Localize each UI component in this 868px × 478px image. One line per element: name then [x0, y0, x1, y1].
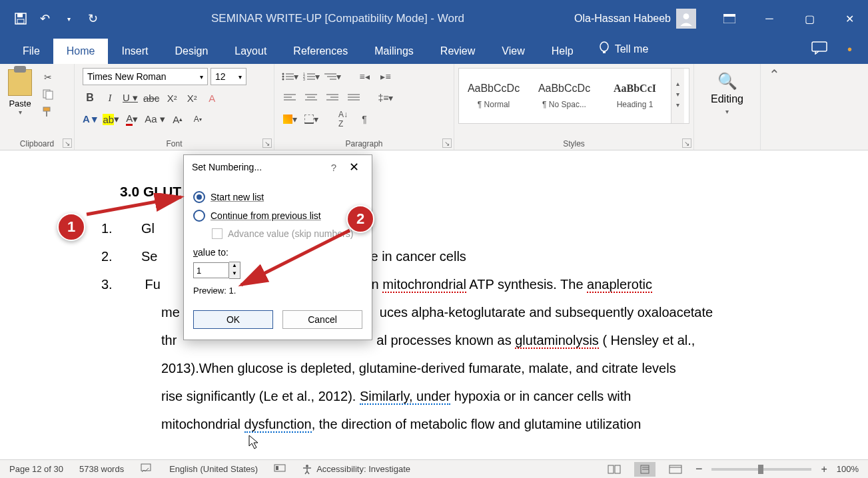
show-marks-button[interactable]: ¶	[356, 112, 373, 126]
justify-button[interactable]	[345, 91, 362, 105]
align-left-button[interactable]	[281, 91, 298, 105]
multilevel-button[interactable]: ▾	[324, 69, 341, 84]
tab-view[interactable]: View	[488, 39, 538, 64]
font-launcher-icon[interactable]: ↘	[262, 138, 272, 148]
text-effects-button[interactable]: A ▾	[83, 112, 97, 126]
macro-icon[interactable]	[274, 463, 286, 475]
paragraph-label: Paragraph	[274, 139, 454, 148]
editing-button[interactable]: 🔍 Editing ▾	[698, 68, 756, 119]
page-status[interactable]: Page 12 of 30	[9, 464, 63, 474]
collapse-ribbon-icon[interactable]: ⌃	[761, 64, 787, 150]
tab-layout[interactable]: Layout	[221, 39, 280, 64]
align-right-button[interactable]	[324, 91, 341, 105]
clipboard-launcher-icon[interactable]: ↘	[63, 138, 72, 148]
tab-file[interactable]: File	[9, 39, 53, 64]
increase-indent-button[interactable]: ▸≡	[377, 69, 394, 84]
svg-rect-46	[615, 465, 620, 473]
line-spacing-button[interactable]: ‡≡▾	[377, 91, 394, 105]
statusbar: Page 12 of 30 5738 words English (United…	[0, 459, 868, 478]
tell-me-search[interactable]: Tell me	[587, 35, 661, 64]
zoom-out-icon[interactable]: −	[695, 462, 703, 476]
underline-button[interactable]: U ▾	[123, 91, 138, 105]
decrease-indent-button[interactable]: ≡◂	[356, 69, 373, 84]
borders-button[interactable]: ▾	[302, 112, 320, 126]
minimize-icon[interactable]: ─	[756, 9, 783, 29]
shading-button[interactable]: ▾	[281, 112, 298, 126]
tab-review[interactable]: Review	[427, 39, 488, 64]
save-icon[interactable]	[12, 10, 29, 27]
clear-formatting-button[interactable]: A	[205, 91, 219, 105]
highlight-button[interactable]: ab▾	[103, 112, 119, 126]
svg-point-6	[600, 42, 608, 51]
undo-icon[interactable]: ↶	[36, 10, 53, 27]
sort-button[interactable]: A↓Z	[334, 112, 352, 126]
read-mode-icon[interactable]	[604, 462, 625, 477]
styles-launcher-icon[interactable]: ↘	[682, 138, 691, 148]
tab-insert[interactable]: Insert	[108, 39, 161, 64]
user-avatar-icon[interactable]	[676, 9, 696, 29]
paragraph-launcher-icon[interactable]: ↘	[442, 138, 452, 148]
shrink-font-button[interactable]: A▾	[191, 112, 205, 126]
styles-more[interactable]: ▴▾▾	[671, 69, 684, 123]
svg-rect-45	[608, 465, 614, 473]
tab-mailings[interactable]: Mailings	[361, 39, 427, 64]
bold-button[interactable]: B	[83, 91, 97, 105]
ribbon-tabs: File Home Insert Design Layout Reference…	[0, 37, 868, 64]
copy-icon[interactable]	[40, 88, 56, 101]
bullets-button[interactable]: ▾	[281, 69, 298, 84]
pending-dot-icon: •	[847, 42, 852, 57]
accessibility-status[interactable]: Accessibility: Investigate	[302, 464, 410, 475]
svg-line-40	[241, 230, 350, 285]
maximize-icon[interactable]: ▢	[796, 9, 823, 29]
format-painter-icon[interactable]	[40, 105, 56, 119]
redo-icon[interactable]: ↻	[84, 10, 101, 27]
style-heading1[interactable]: AaBbCcI Heading 1	[600, 69, 669, 123]
language-status[interactable]: English (United States)	[169, 464, 258, 474]
font-name-combo[interactable]: Times New Roman▾	[83, 68, 208, 85]
continue-list-option[interactable]: Continue from previous list	[193, 210, 362, 222]
style-normal[interactable]: AaBbCcDc ¶ Normal	[459, 69, 528, 123]
styles-gallery[interactable]: AaBbCcDc ¶ Normal AaBbCcDc ¶ No Spac... …	[458, 68, 689, 124]
tab-home[interactable]: Home	[53, 39, 109, 64]
lightbulb-icon	[599, 41, 610, 57]
radio-unchecked-icon[interactable]	[193, 210, 205, 222]
qat-dropdown-icon[interactable]: ▾	[60, 10, 77, 27]
font-color-button[interactable]: A▾	[125, 112, 139, 126]
cut-icon[interactable]: ✂	[40, 71, 56, 84]
zoom-level[interactable]: 100%	[837, 464, 859, 474]
italic-button[interactable]: I	[103, 91, 117, 105]
paste-button[interactable]: Paste ▾	[5, 67, 35, 119]
radio-checked-icon[interactable]	[193, 191, 205, 203]
strikethrough-button[interactable]: abc	[143, 91, 159, 105]
start-new-list-option[interactable]: Start new list	[193, 191, 362, 203]
subscript-button[interactable]: X2	[165, 91, 179, 105]
tab-help[interactable]: Help	[538, 39, 587, 64]
ok-button[interactable]: OK	[193, 310, 273, 329]
tab-references[interactable]: References	[280, 39, 361, 64]
comments-icon[interactable]	[811, 41, 827, 57]
font-label: Font	[75, 139, 274, 148]
web-layout-icon[interactable]	[665, 462, 686, 477]
ribbon: Paste ▾ ✂ Clipboard ↘ Times New Roman▾ 1…	[0, 64, 868, 150]
font-size-combo[interactable]: 12▾	[211, 68, 246, 85]
close-icon[interactable]: ✕	[836, 9, 863, 29]
user-area[interactable]: Ola-Hassan Habeeb	[574, 9, 696, 29]
zoom-slider[interactable]	[711, 468, 811, 471]
close-dialog-icon[interactable]: ✕	[344, 160, 364, 174]
style-nospacing[interactable]: AaBbCcDc ¶ No Spac...	[530, 69, 599, 123]
tab-design[interactable]: Design	[161, 39, 221, 64]
zoom-in-icon[interactable]: +	[821, 463, 827, 475]
spell-check-icon[interactable]	[140, 463, 153, 475]
ribbon-display-icon[interactable]	[716, 9, 743, 29]
print-layout-icon[interactable]	[634, 462, 655, 477]
cancel-button[interactable]: Cancel	[282, 310, 362, 329]
svg-point-16	[282, 79, 284, 81]
help-icon[interactable]: ?	[324, 162, 344, 173]
change-case-button[interactable]: Aa ▾	[145, 112, 165, 126]
superscript-button[interactable]: X2	[185, 91, 199, 105]
grow-font-button[interactable]: A▴	[171, 112, 185, 126]
value-input[interactable]	[193, 262, 229, 278]
numbering-button[interactable]: 123▾	[302, 69, 320, 84]
align-center-button[interactable]	[302, 91, 320, 105]
word-count[interactable]: 5738 words	[79, 464, 124, 474]
